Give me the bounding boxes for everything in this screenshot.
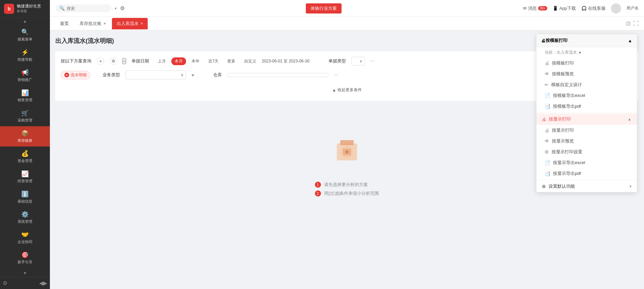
sidebar-label-1: 快捷导航	[18, 57, 32, 62]
dropdown-default-settings[interactable]: ⚙ 设置默认功能 ▾	[536, 181, 637, 192]
dropdown-export-excel-display[interactable]: 📄 按显示导出excel	[536, 157, 637, 168]
default-settings-label: 设置默认功能	[549, 183, 575, 189]
sidebar-item-搜索菜单[interactable]: 🔍 搜索菜单	[0, 25, 50, 45]
tab-inventory-batch-close[interactable]: ×	[104, 21, 106, 26]
excel-template-icon: 📄	[545, 93, 550, 98]
filter-collapse-button[interactable]: «	[122, 58, 126, 64]
search-chevron-icon[interactable]: ▾	[115, 6, 117, 11]
logo-sub: 标准版	[17, 9, 41, 14]
topbar-gear-icon[interactable]: ⚙	[120, 5, 125, 11]
tab-inventory-flow-label: 出入库流水	[117, 21, 139, 27]
sidebar-scroll-up[interactable]: ▲	[0, 18, 50, 25]
dropdown-close-icon[interactable]: ▲	[628, 38, 632, 43]
dropdown-preview-display[interactable]: 👁 按显示预览	[536, 136, 637, 147]
date-option-more[interactable]: 更多	[224, 57, 239, 65]
active-filter-tag: ● 流水明细	[61, 71, 90, 79]
default-settings-chevron: ▾	[630, 184, 632, 189]
business-type-more-icon[interactable]: ▾	[192, 72, 194, 78]
dropdown-design-template[interactable]: ✏ 模板自定义设计	[536, 79, 637, 90]
collapse-more-button[interactable]: ▲ 收起更多条件	[332, 87, 362, 93]
date-option-7days[interactable]: 近7天	[205, 57, 222, 65]
industry-solution-button[interactable]: 体验行业方案	[306, 3, 342, 14]
date-option-this-year[interactable]: 本年	[188, 57, 203, 65]
sidebar-logo: b 畅捷通好生意 标准版	[0, 0, 50, 18]
dropdown-print-template[interactable]: 🖨 按模板打印	[536, 58, 637, 69]
display-section-icon: 🖨	[542, 117, 546, 122]
date-option-this-month[interactable]: 本月	[171, 57, 186, 65]
collapse-sidebar-icon[interactable]: ◀▶	[39, 280, 47, 286]
tab-inventory-flow-close[interactable]: ×	[141, 21, 143, 26]
sidebar-nav: 🔍 搜索菜单 ⚡ 快捷导航 📢 营销推广 📊 销售管理 🛒 采购管理 📦 库存核…	[0, 25, 50, 269]
tab-expand-icon[interactable]: ⊡	[626, 20, 631, 27]
topbar-left: 🔍 ▾ ⚙	[55, 4, 125, 12]
filter-label: 按以下方案查询	[61, 58, 91, 64]
sidebar-icon-7: 📈	[21, 170, 29, 178]
date-filter-label: 单据日期	[131, 58, 149, 64]
logo-title: 畅捷通好生意	[17, 4, 41, 9]
business-type-select[interactable]	[125, 71, 186, 79]
sidebar-item-系统管理[interactable]: ⚙️ 系统管理	[0, 207, 50, 228]
warehouse-input[interactable]	[227, 73, 328, 77]
sidebar-bottom: ⚙ ◀▶	[0, 277, 50, 289]
dropdown-print-settings-display[interactable]: ⚙ 按显示打印设置	[536, 147, 637, 157]
preview-display-icon: 👁	[545, 138, 549, 144]
settings-icon[interactable]: ⚙	[3, 280, 7, 286]
dropdown-divider	[536, 112, 637, 113]
sidebar-item-采购管理[interactable]: 🛒 采购管理	[0, 106, 50, 126]
dropdown-header: 🖨 按模板打印 ▲	[536, 34, 637, 47]
settings-display-icon: ⚙	[545, 149, 549, 155]
doc-type-select[interactable]	[351, 57, 365, 65]
dropdown-preview-template[interactable]: 👁 按模板预览	[536, 69, 637, 79]
filter-add-button[interactable]: +	[97, 57, 104, 65]
dropdown-export-pdf-display[interactable]: 📑 按显示导出pdf	[536, 168, 637, 179]
headset-icon: 🎧	[581, 6, 587, 11]
dropdown-preview-display-label: 按显示预览	[552, 138, 574, 144]
sidebar-label-0: 搜索菜单	[18, 37, 32, 42]
sidebar-icon-5: 📦	[21, 130, 29, 137]
tab-inventory-flow[interactable]: 出入库流水 ×	[112, 18, 148, 29]
avatar[interactable]	[611, 3, 621, 14]
dropdown-print-display[interactable]: 🖨 按显示打印	[536, 125, 637, 136]
sidebar-item-资金管理[interactable]: 💰 资金管理	[0, 147, 50, 167]
sidebar-icon-8: ℹ️	[21, 190, 29, 198]
tab-inventory-batch[interactable]: 库存批次账 ×	[75, 18, 111, 29]
tab-fullscreen-icon[interactable]: ⛶	[633, 21, 639, 27]
tab-home[interactable]: 首页	[55, 18, 74, 29]
search-input[interactable]	[67, 6, 107, 11]
sidebar-item-库存核算[interactable]: 📦 库存核算	[0, 126, 50, 147]
date-option-custom[interactable]: 自定义	[241, 57, 260, 65]
online-service-item[interactable]: 🎧 在线客服	[581, 5, 606, 11]
sidebar-scroll-down[interactable]: ▼	[0, 269, 50, 277]
current-chevron-icon[interactable]: ▾	[579, 50, 581, 55]
sidebar-item-销售管理[interactable]: 📊 销售管理	[0, 86, 50, 106]
dropdown-export-pdf-template[interactable]: 📑 按模板导出pdf	[536, 101, 637, 112]
sidebar-item-基础信息[interactable]: ℹ️ 基础信息	[0, 187, 50, 207]
doc-type-select-wrapper	[351, 57, 365, 65]
dropdown-display-section[interactable]: 🖨 按显示打印 ▲	[536, 113, 637, 125]
scroll-up-btn[interactable]: ▲	[23, 19, 27, 24]
dropdown-divider2	[536, 180, 637, 180]
scroll-down-btn[interactable]: ▼	[23, 271, 27, 275]
date-option-last-month[interactable]: 上月	[154, 57, 169, 65]
active-filter-label: 流水明细	[70, 72, 87, 78]
doc-type-more-icon[interactable]: ···	[370, 58, 375, 64]
search-icon: 🔍	[59, 6, 65, 11]
filter-settings-button[interactable]: ⚙	[110, 57, 117, 65]
sidebar-item-营销推广[interactable]: 📢 营销推广	[0, 65, 50, 86]
warehouse-more-icon[interactable]: ···	[334, 72, 338, 78]
sidebar-item-经营管理[interactable]: 📈 经营管理	[0, 167, 50, 187]
message-item[interactable]: ✉ 消息 99+	[523, 5, 547, 11]
dropdown-export-excel-template[interactable]: 📄 按模板导出excel	[536, 90, 637, 101]
logo-icon: b	[4, 4, 14, 14]
sidebar-label-6: 资金管理	[18, 158, 32, 163]
sidebar-icon-11: 🎯	[21, 251, 29, 259]
search-box[interactable]: 🔍	[55, 4, 111, 12]
dropdown-preview-template-label: 按模板预览	[552, 71, 574, 77]
app-download-icon: 📱	[553, 6, 558, 11]
sidebar-item-企业协同[interactable]: 🤝 企业协同	[0, 228, 50, 248]
app-download-item[interactable]: 📱 App下载	[553, 5, 576, 11]
sidebar-item-新手引导[interactable]: 🎯 新手引导	[0, 248, 50, 268]
dropdown-title: 按模板打印	[546, 37, 567, 44]
dropdown-print-display-label: 按显示打印	[552, 127, 574, 133]
sidebar-item-快捷导航[interactable]: ⚡ 快捷导航	[0, 45, 50, 65]
